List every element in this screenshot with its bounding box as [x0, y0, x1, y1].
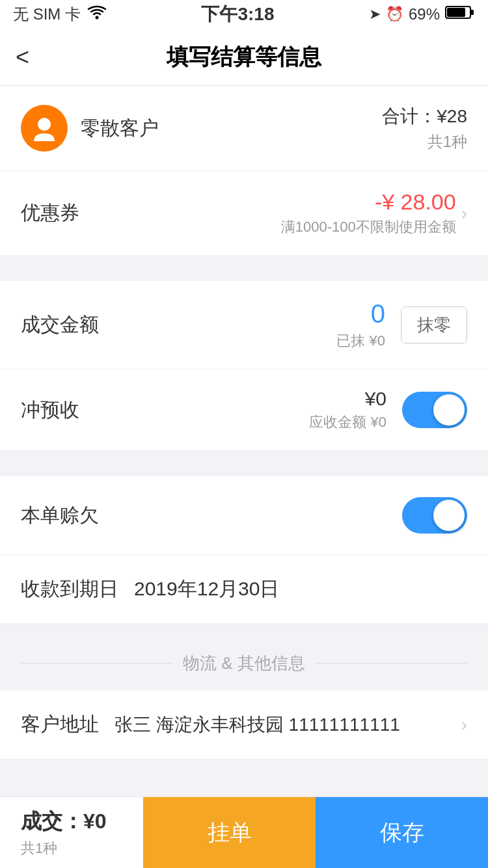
- logistics-label: 物流 & 其他信息: [183, 652, 305, 675]
- logistics-line-left: [21, 663, 172, 664]
- due-date-label: 收款到期日: [21, 576, 118, 603]
- amount-info: 0 已抹 ¥0: [336, 299, 385, 351]
- page-title: 填写结算等信息: [167, 42, 321, 72]
- status-bar: 无 SIM 卡 下午3:18 ➤ ⏰ 69%: [0, 0, 488, 29]
- amount-label: 成交金额: [21, 312, 99, 338]
- content-area: 零散客户 合计：¥28 共1种 优惠券 -¥ 28.00 满1000-100不限…: [0, 86, 488, 850]
- deal-prefix: 成交：: [21, 809, 83, 833]
- bottom-deal-label: 成交：¥0: [21, 807, 122, 836]
- customer-row: 零散客户 合计：¥28 共1种: [0, 86, 488, 170]
- hold-button[interactable]: 挂单: [143, 797, 316, 868]
- status-right: ➤ ⏰ 69%: [369, 5, 475, 24]
- logistics-section: 物流 & 其他信息: [0, 636, 488, 690]
- due-date-value: 2019年12月30日: [134, 576, 279, 603]
- amount-section: 成交金额 0 已抹 ¥0 抹零 冲预收 ¥0 应收金额 ¥0: [0, 281, 488, 450]
- bottom-info: 成交：¥0 共1种: [0, 807, 143, 858]
- amount-row: 成交金额 0 已抹 ¥0 抹零: [0, 281, 488, 370]
- customer-right: 合计：¥28 共1种: [382, 104, 467, 152]
- total-sub: 共1种: [382, 131, 467, 152]
- amount-value: 0: [336, 299, 385, 329]
- prepay-row: 冲预收 ¥0 应收金额 ¥0: [0, 370, 488, 450]
- address-section: 客户地址 张三 海淀永丰科技园 11111111111 ›: [0, 690, 488, 759]
- logistics-header: 物流 & 其他信息: [0, 636, 488, 690]
- wifi-icon: [87, 5, 107, 23]
- prepay-amount: ¥0: [309, 388, 386, 410]
- section-divider-2: [0, 463, 488, 476]
- svg-point-0: [96, 16, 99, 20]
- coupon-label: 优惠券: [21, 200, 79, 226]
- svg-rect-2: [470, 10, 474, 15]
- customer-avatar: [21, 105, 68, 152]
- bottom-bar: 成交：¥0 共1种 挂单 保存: [0, 796, 488, 868]
- logistics-line-right: [316, 663, 467, 664]
- battery-text: 69%: [409, 5, 440, 23]
- coupon-info: -¥ 28.00 满1000-100不限制使用金额: [281, 189, 456, 237]
- coupon-row[interactable]: 优惠券 -¥ 28.00 满1000-100不限制使用金额 ›: [0, 170, 488, 255]
- amount-right: 0 已抹 ¥0 抹零: [336, 299, 467, 351]
- carrier-text: 无 SIM 卡: [13, 4, 81, 25]
- address-row[interactable]: 客户地址 张三 海淀永丰科技园 11111111111 ›: [0, 690, 488, 759]
- status-left: 无 SIM 卡: [13, 4, 107, 25]
- coupon-discount: -¥ 28.00: [281, 189, 456, 215]
- address-chevron-icon: ›: [461, 714, 467, 735]
- back-button[interactable]: <: [16, 44, 29, 71]
- debt-section: 本单赊欠 收款到期日 2019年12月30日: [0, 476, 488, 623]
- prepay-toggle[interactable]: [402, 392, 467, 428]
- address-value: 张三 海淀永丰科技园 11111111111: [99, 712, 461, 737]
- prepay-right: ¥0 应收金额 ¥0: [309, 388, 467, 432]
- debt-label: 本单赊欠: [21, 502, 99, 529]
- debt-row: 本单赊欠: [0, 476, 488, 554]
- location-icon: ➤: [369, 6, 381, 23]
- customer-section: 零散客户 合计：¥28 共1种 优惠券 -¥ 28.00 满1000-100不限…: [0, 86, 488, 255]
- prepay-info: ¥0 应收金额 ¥0: [309, 388, 386, 432]
- amount-sub: 已抹 ¥0: [336, 331, 385, 351]
- status-time: 下午3:18: [201, 2, 274, 27]
- customer-left: 零散客户: [21, 105, 159, 152]
- nav-bar: < 填写结算等信息: [0, 29, 488, 86]
- debt-toggle[interactable]: [402, 497, 467, 534]
- alarm-icon: ⏰: [386, 6, 403, 23]
- deal-value: ¥0: [83, 809, 107, 833]
- save-button[interactable]: 保存: [316, 797, 488, 868]
- coupon-right: -¥ 28.00 满1000-100不限制使用金额 ›: [281, 189, 467, 237]
- prepay-label: 冲预收: [21, 397, 79, 424]
- coupon-sub: 满1000-100不限制使用金额: [281, 217, 456, 237]
- bottom-count: 共1种: [21, 839, 122, 858]
- address-label: 客户地址: [21, 711, 99, 738]
- due-date-row: 收款到期日 2019年12月30日: [0, 554, 488, 623]
- svg-point-4: [38, 118, 51, 131]
- section-divider-1: [0, 268, 488, 281]
- total-label: 合计：¥28: [382, 104, 467, 129]
- battery-icon: [445, 5, 475, 24]
- svg-rect-3: [447, 8, 465, 17]
- customer-name: 零散客户: [81, 115, 159, 142]
- prepay-sub: 应收金额 ¥0: [309, 413, 386, 432]
- round-button[interactable]: 抹零: [401, 306, 467, 344]
- chevron-right-icon: ›: [461, 203, 467, 224]
